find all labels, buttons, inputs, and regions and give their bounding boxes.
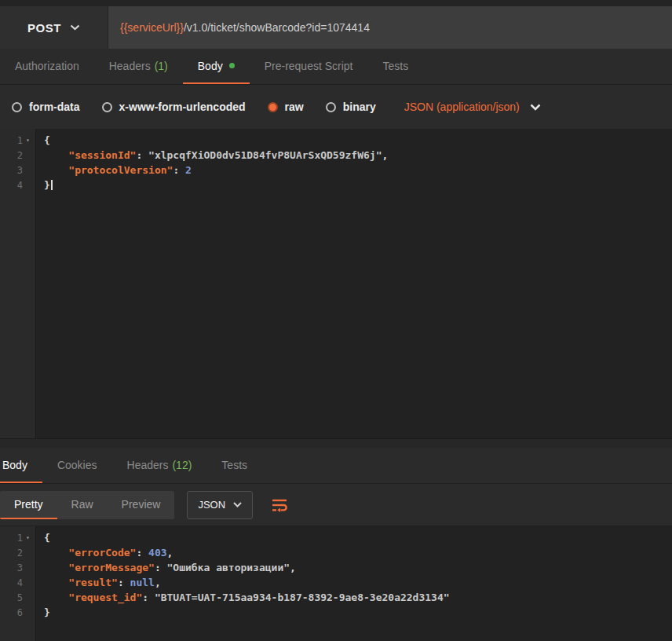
radio-button: [102, 102, 112, 112]
code-line: "sessionId": "xlpcqfXiOD0dv51D84fvP8UArS…: [44, 148, 672, 163]
body-mode-binary[interactable]: binary: [326, 101, 376, 113]
request-tab-headers[interactable]: Headers(1): [94, 49, 183, 84]
chevron-down-icon: [530, 104, 541, 111]
tab-label: Tests: [221, 459, 247, 471]
line-number: 1: [17, 135, 23, 146]
gutter-row: 2: [0, 148, 35, 163]
code-token: :: [173, 164, 185, 176]
request-tabs: AuthorizationHeaders(1)BodyPre-request S…: [0, 49, 672, 85]
tab-label: Tests: [383, 60, 409, 72]
tab-label: Pre-request Script: [265, 60, 353, 72]
code-line: }: [44, 605, 672, 620]
tab-count-badge: (12): [172, 459, 192, 471]
code-token: }: [44, 179, 50, 191]
code-token: ,: [155, 577, 161, 588]
text-cursor: [51, 180, 53, 190]
code-token: ,: [167, 547, 173, 559]
response-tab-cookies[interactable]: Cookies: [42, 448, 112, 483]
code-token: "request_id": [68, 592, 142, 603]
wrap-lines-button[interactable]: [265, 491, 294, 519]
body-mode-raw[interactable]: raw: [268, 101, 304, 113]
code-token: ,: [382, 149, 388, 161]
response-tab-tests[interactable]: Tests: [206, 448, 262, 483]
content-type-dropdown[interactable]: JSON (application/json): [404, 101, 541, 113]
tab-label: Body: [2, 459, 27, 471]
code-token: [44, 577, 68, 588]
body-mode-label: x-www-form-urlencoded: [119, 101, 246, 113]
code-token: null: [130, 577, 155, 588]
line-number: 5: [17, 592, 23, 603]
view-mode-preview[interactable]: Preview: [108, 491, 175, 519]
gutter-row: 3: [0, 560, 35, 575]
url-input[interactable]: {{serviceUrl}}/v1.0/ticket/showBarcode?i…: [108, 6, 672, 49]
radio-button: [12, 102, 22, 112]
code-token: 2: [185, 164, 192, 176]
code-token: [44, 164, 68, 176]
radio-button: [268, 102, 278, 112]
radio-button: [326, 102, 336, 112]
view-mode-raw[interactable]: Raw: [57, 491, 108, 519]
view-mode-pretty[interactable]: Pretty: [0, 491, 57, 519]
tab-count-badge: (1): [155, 60, 168, 72]
response-tab-body[interactable]: Body: [0, 448, 42, 483]
url-path: /v1.0/ticket/showBarcode?id=1074414: [184, 21, 370, 34]
code-token: "Ошибка авторизации": [167, 562, 290, 573]
chevron-down-icon: [233, 502, 242, 507]
format-label: JSON: [198, 499, 225, 511]
body-mode-form-data[interactable]: form-data: [12, 101, 80, 113]
code-token: "xlpcqfXiOD0dv51D84fvP8UArSxQD59zfW6j": [148, 149, 382, 161]
editor-gutter: 1▾23456: [0, 526, 36, 641]
code-token: :: [155, 562, 167, 573]
request-url-bar: POST {{serviceUrl}}/v1.0/ticket/showBarc…: [0, 6, 672, 49]
request-tab-authorization[interactable]: Authorization: [0, 49, 94, 84]
postman-window: POST {{serviceUrl}}/v1.0/ticket/showBarc…: [0, 0, 672, 641]
request-tab-pre-request-script[interactable]: Pre-request Script: [250, 49, 368, 84]
line-number: 3: [17, 165, 23, 176]
body-mode-label: raw: [285, 101, 304, 113]
gutter-row: 4: [0, 575, 35, 590]
gutter-row: 1▾: [0, 530, 35, 545]
code-line: "result": null,: [44, 575, 672, 590]
code-token: [44, 547, 68, 559]
method-dropdown[interactable]: POST: [0, 6, 108, 49]
code-token: :: [118, 577, 130, 588]
code-token: :: [136, 149, 148, 161]
body-mode-x-www-form-urlencoded[interactable]: x-www-form-urlencoded: [102, 101, 246, 113]
fold-toggle-icon[interactable]: ▾: [23, 137, 33, 144]
code-line: "errorCode": 403,: [44, 545, 672, 560]
code-token: "result": [68, 577, 118, 588]
format-dropdown[interactable]: JSON: [187, 491, 253, 519]
code-token: [44, 149, 68, 161]
gutter-row: 5: [0, 590, 35, 605]
tab-label: Cookies: [57, 459, 97, 471]
request-body-editor[interactable]: 1▾234{ "sessionId": "xlpcqfXiOD0dv51D84f…: [0, 129, 672, 438]
request-tab-body[interactable]: Body: [183, 49, 250, 84]
editor-code-area[interactable]: { "errorCode": 403, "errorMessage": "Оши…: [36, 526, 672, 641]
response-tab-headers[interactable]: Headers(12): [112, 448, 207, 483]
line-number: 2: [17, 150, 23, 161]
chevron-down-icon: [70, 24, 80, 31]
editor-gutter: 1▾234: [0, 129, 36, 438]
body-mode-group: form-datax-www-form-urlencodedrawbinary: [12, 101, 376, 113]
status-dot: [229, 63, 235, 68]
code-token: ,: [290, 562, 296, 573]
line-number: 4: [17, 180, 23, 191]
fold-toggle-icon[interactable]: ▾: [23, 534, 33, 541]
code-line: "protocolVersion": 2: [44, 163, 672, 178]
editor-code-area[interactable]: { "sessionId": "xlpcqfXiOD0dv51D84fvP8UA…: [36, 129, 672, 438]
line-number: 2: [17, 548, 23, 559]
code-token: :: [136, 547, 148, 559]
line-number: 4: [17, 577, 23, 588]
tab-label: Body: [198, 60, 223, 72]
response-tabs: BodyCookiesHeaders(12)Tests: [0, 448, 672, 484]
code-token: :: [142, 592, 155, 603]
method-label: POST: [27, 21, 61, 35]
request-tab-tests[interactable]: Tests: [368, 49, 424, 84]
gutter-row: 3: [0, 163, 35, 178]
code-token: "sessionId": [68, 149, 136, 161]
code-token: "protocolVersion": [68, 164, 173, 176]
response-body-editor[interactable]: 1▾23456{ "errorCode": 403, "errorMessage…: [0, 526, 672, 641]
gutter-row: 4: [0, 178, 35, 192]
tab-label: Headers: [127, 459, 169, 471]
code-line: "request_id": "BTUAT=UAT-715aa934-b187-8…: [44, 590, 672, 605]
